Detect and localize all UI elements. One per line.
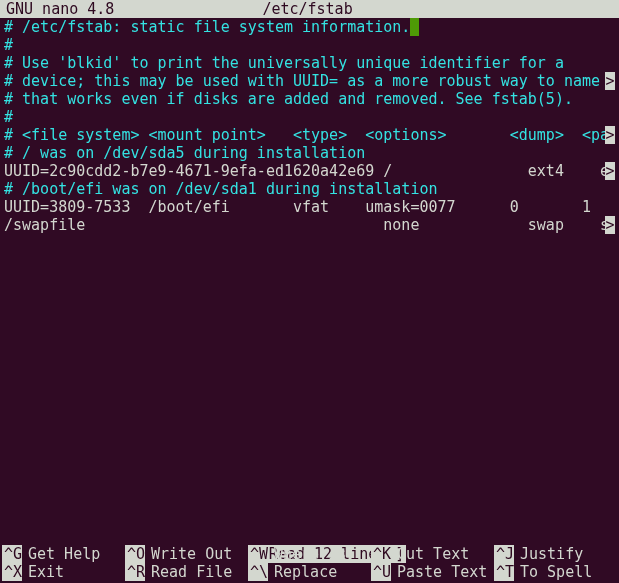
shortcut-2[interactable]: ^\Replace xyxy=(248,563,371,581)
shortcut-4[interactable]: ^TTo Spell xyxy=(494,563,617,581)
overflow-indicator: > xyxy=(605,72,615,90)
shortcut-key: ^W xyxy=(248,545,268,563)
shortcut-3[interactable]: ^UPaste Text xyxy=(371,563,494,581)
editor-line[interactable]: # Use 'blkid' to print the universally u… xyxy=(4,54,615,72)
titlebar: GNU nano 4.8 /etc/fstab xyxy=(0,0,619,18)
editor-line[interactable]: # xyxy=(4,36,615,54)
shortcut-row-1: ^GGet Help^OWrite Out^WWhere Is^KCut Tex… xyxy=(2,545,617,563)
overflow-indicator: > xyxy=(605,216,615,234)
shortcut-0[interactable]: ^XExit xyxy=(2,563,125,581)
shortcut-key: ^G xyxy=(2,545,22,563)
shortcut-key: ^O xyxy=(125,545,145,563)
shortcut-label: Read File xyxy=(145,563,232,581)
file-path: /etc/fstab xyxy=(262,0,352,18)
bottom-bar: [ Read 12 lines ] ^GGet Help^OWrite Out^… xyxy=(0,527,619,583)
editor-line[interactable]: # device; this may be used with UUID= as… xyxy=(4,72,615,90)
overflow-indicator: > xyxy=(605,162,615,180)
shortcut-label: Cut Text xyxy=(391,545,469,563)
shortcut-key: ^T xyxy=(494,563,514,581)
shortcut-label: Where Is xyxy=(268,545,346,563)
shortcut-1[interactable]: ^RRead File xyxy=(125,563,248,581)
shortcut-key: ^U xyxy=(371,563,391,581)
shortcut-label: To Spell xyxy=(514,563,592,581)
shortcut-key: ^J xyxy=(494,545,514,563)
editor-line[interactable]: # /etc/fstab: static file system informa… xyxy=(4,18,615,36)
shortcut-key: ^X xyxy=(2,563,22,581)
shortcut-row-2: ^XExit^RRead File^\Replace^UPaste Text^T… xyxy=(2,563,617,581)
status-row: [ Read 12 lines ] xyxy=(2,527,617,545)
editor-line[interactable]: # xyxy=(4,108,615,126)
editor-line[interactable]: UUID=3809-7533 /boot/efi vfat umask=0077… xyxy=(4,198,615,216)
editor-line[interactable]: # / was on /dev/sda5 during installation xyxy=(4,144,615,162)
editor-content[interactable]: # /etc/fstab: static file system informa… xyxy=(0,18,619,234)
shortcut-label: Exit xyxy=(22,563,64,581)
shortcut-2[interactable]: ^WWhere Is xyxy=(248,545,371,563)
shortcut-3[interactable]: ^KCut Text xyxy=(371,545,494,563)
shortcut-key: ^\ xyxy=(248,563,268,581)
editor-line[interactable]: # <file system> <mount point> <type> <op… xyxy=(4,126,615,144)
app-name: GNU nano 4.8 xyxy=(0,0,114,18)
shortcut-label: Replace xyxy=(268,563,337,581)
shortcut-key: ^R xyxy=(125,563,145,581)
shortcut-key: ^K xyxy=(371,545,391,563)
shortcut-0[interactable]: ^GGet Help xyxy=(2,545,125,563)
shortcut-label: Paste Text xyxy=(391,563,487,581)
editor-line[interactable]: /swapfile none swap s> xyxy=(4,216,615,234)
shortcut-1[interactable]: ^OWrite Out xyxy=(125,545,248,563)
shortcut-4[interactable]: ^JJustify xyxy=(494,545,617,563)
shortcut-label: Write Out xyxy=(145,545,232,563)
editor-line[interactable]: # /boot/efi was on /dev/sda1 during inst… xyxy=(4,180,615,198)
shortcut-label: Justify xyxy=(514,545,583,563)
shortcut-label: Get Help xyxy=(22,545,100,563)
editor-line[interactable]: UUID=2c90cdd2-b7e9-4671-9efa-ed1620a42e6… xyxy=(4,162,615,180)
cursor xyxy=(410,18,419,36)
editor-line[interactable]: # that works even if disks are added and… xyxy=(4,90,615,108)
overflow-indicator: > xyxy=(605,126,615,144)
